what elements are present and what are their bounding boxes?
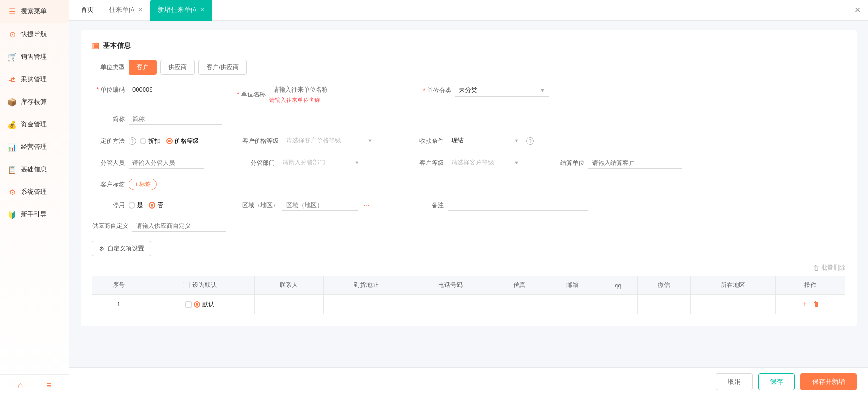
header-checkbox[interactable] (183, 282, 190, 288)
tab-new-partner-label: 新增往来单位 (158, 6, 197, 14)
custom-settings-btn[interactable]: ⚙ 自定义项设置 (92, 241, 151, 256)
pricing-help-icon[interactable]: ? (129, 137, 136, 145)
settlement-dots-btn[interactable]: ··· (686, 159, 696, 167)
table-toolbar: 🗑 批量删除 (92, 264, 845, 272)
row-checkbox[interactable] (185, 301, 192, 308)
region-input[interactable] (282, 200, 358, 211)
customer-price-placeholder: 请选择客户价格等级 (286, 136, 341, 145)
add-tag-btn[interactable]: + 标签 (129, 179, 157, 190)
manager-input[interactable] (129, 157, 204, 169)
col-wechat: 微信 (638, 276, 691, 295)
cancel-button[interactable]: 取消 (716, 373, 753, 390)
sidebar-item-label: 系统管理 (21, 188, 47, 196)
section-title-icon: ▣ (92, 41, 99, 50)
abbreviation-input[interactable] (129, 114, 222, 125)
tab-home[interactable]: 首页 (73, 0, 101, 21)
save-add-button[interactable]: 保存并新增 (800, 373, 857, 390)
unit-category-select[interactable]: 未分类 ▼ (455, 84, 549, 97)
payment-terms-value: 现结 (451, 136, 464, 145)
settings-bottom-icon[interactable]: ≡ (46, 380, 52, 390)
sidebar-item-sales[interactable]: 🛒 销售管理 (0, 46, 69, 68)
cell-region (690, 295, 775, 314)
sidebar-search[interactable]: ☰ 搜索菜单 (0, 0, 69, 23)
purchase-icon: 🛍 (8, 75, 17, 84)
sidebar-item-label: 销售管理 (21, 53, 47, 61)
manager-label: 分管人员 (92, 159, 125, 167)
window-close-btn[interactable]: ✕ (851, 4, 864, 16)
col-qq: qq (599, 276, 637, 295)
home-bottom-icon[interactable]: ⌂ (17, 380, 23, 390)
payment-help-icon[interactable]: ? (526, 137, 534, 145)
sidebar-item-base[interactable]: 📋 基础信息 (0, 158, 69, 181)
sidebar-item-quick-nav[interactable]: ⊙ 快捷导航 (0, 23, 69, 46)
unit-code-label: 单位编码 (92, 85, 125, 94)
payment-chevron: ▼ (514, 138, 519, 143)
department-select[interactable]: 请输入分管部门 ▼ (279, 156, 363, 169)
tag-group: 客户标签 + 标签 (92, 179, 845, 190)
cell-phone (408, 295, 493, 314)
sidebar-item-label: 基础信息 (21, 165, 47, 174)
customer-price-label: 客户价格等级 (242, 137, 279, 145)
manager-dots-btn[interactable]: ··· (207, 159, 217, 167)
settlement-input[interactable] (588, 157, 682, 169)
btn-both[interactable]: 客户/供应商 (198, 60, 247, 75)
sidebar-item-operations[interactable]: 📊 经营管理 (0, 136, 69, 158)
section-title-text: 基本信息 (103, 41, 131, 50)
sidebar-item-guide[interactable]: 🔰 新手引导 (0, 203, 69, 226)
radio-discount-label: 折扣 (148, 137, 160, 145)
sidebar-item-label: 新手引导 (21, 210, 47, 219)
inventory-icon: 📦 (8, 97, 17, 107)
customer-level-label: 客户等级 (411, 159, 444, 167)
disabled-label: 停用 (92, 201, 125, 210)
unit-category-group: 单位分类 未分类 ▼ (419, 84, 845, 97)
unit-code-input[interactable] (129, 84, 204, 95)
table-header-row: 序号 设为默认 联系人 到货地址 电话号码 传真 邮箱 (92, 276, 845, 295)
abbreviation-row: 简称 (92, 114, 845, 125)
sidebar: ☰ 搜索菜单 ⊙ 快捷导航 🛒 销售管理 🛍 采购管理 📦 库存核算 💰 资金管… (0, 0, 69, 396)
tab-new-partner[interactable]: 新增往来单位 ✕ (150, 0, 212, 21)
sidebar-item-purchase[interactable]: 🛍 采购管理 (0, 68, 69, 91)
disabled-group: 停用 是 否 (92, 201, 242, 210)
col-region: 所在地区 (690, 276, 775, 295)
base-icon: 📋 (8, 165, 17, 174)
batch-delete-btn[interactable]: 🗑 批量删除 (813, 264, 845, 272)
radio-discount[interactable]: 折扣 (140, 137, 160, 145)
payment-terms-select[interactable]: 现结 ▼ (448, 134, 523, 147)
radio-disabled-yes[interactable]: 是 (129, 201, 143, 210)
tab-partner[interactable]: 往来单位 ✕ (101, 0, 150, 21)
save-button[interactable]: 保存 (758, 373, 795, 390)
customer-level-select[interactable]: 请选择客户等级 ▼ (448, 156, 523, 169)
btn-supplier[interactable]: 供应商 (160, 60, 195, 75)
radio-price-level-circle (166, 138, 173, 144)
default-radio-label: 默认 (202, 300, 214, 309)
custom-settings-label: 自定义项设置 (107, 244, 144, 253)
remark-input[interactable] (448, 200, 588, 211)
radio-price-level[interactable]: 价格等级 (166, 137, 199, 145)
settings-gear-icon: ⚙ (99, 245, 105, 252)
disabled-radio-group: 是 否 (129, 201, 163, 210)
tab-partner-label: 往来单位 (109, 6, 135, 14)
supplier-custom-input[interactable] (132, 220, 226, 232)
sidebar-item-finance[interactable]: 💰 资金管理 (0, 113, 69, 136)
radio-disabled-no[interactable]: 否 (149, 201, 163, 210)
unit-name-input[interactable] (269, 84, 373, 95)
sidebar-item-inventory[interactable]: 📦 库存核算 (0, 91, 69, 113)
region-dots-btn[interactable]: ··· (361, 201, 371, 210)
default-radio[interactable]: 默认 (194, 300, 214, 309)
footer: 取消 保存 保存并新增 (69, 367, 868, 396)
tab-partner-close[interactable]: ✕ (138, 7, 143, 13)
row-add-icon[interactable]: ＋ (801, 299, 808, 309)
btn-customer[interactable]: 客户 (129, 60, 157, 75)
sidebar-item-system[interactable]: ⚙ 系统管理 (0, 181, 69, 203)
sidebar-item-label: 经营管理 (21, 143, 47, 151)
department-placeholder: 请输入分管部门 (282, 158, 325, 167)
tab-new-partner-close[interactable]: ✕ (200, 7, 205, 13)
contact-table-section: 🗑 批量删除 序号 设为默认 (92, 264, 845, 314)
system-icon: ⚙ (8, 187, 17, 197)
customer-price-select[interactable]: 请选择客户价格等级 ▼ (282, 134, 376, 147)
col-fax: 传真 (493, 276, 546, 295)
row-delete-icon[interactable]: 🗑 (812, 300, 820, 309)
radio-yes-label: 是 (137, 201, 143, 210)
sidebar-item-label: 资金管理 (21, 120, 47, 129)
abbreviation-group: 简称 (92, 114, 233, 125)
